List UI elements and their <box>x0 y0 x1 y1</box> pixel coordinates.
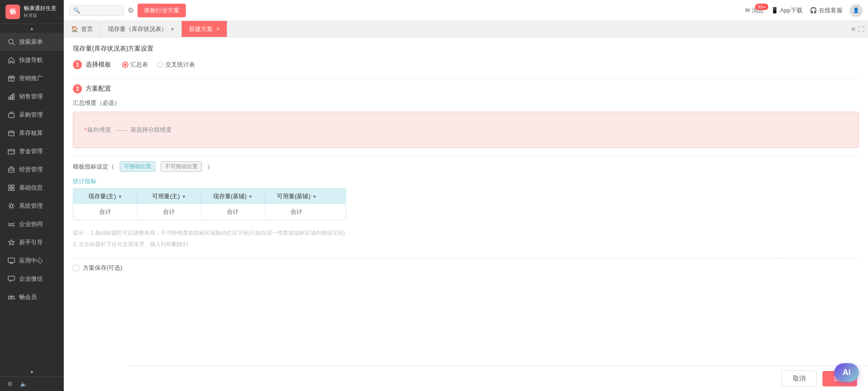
tab-label: 首页 <box>81 25 93 33</box>
tab-inventory-status[interactable]: 现存量（库存状况表） × <box>101 21 182 37</box>
messages-badge[interactable]: ✉ 消息 99+ <box>745 6 764 15</box>
col-header-1[interactable]: 可用量(主) ▾ <box>137 189 201 204</box>
online-service-link[interactable]: 🎧 在线客服 <box>810 6 842 15</box>
sidebar-scroll-up[interactable]: ▲ <box>0 24 64 33</box>
section-title-1: 选择模板 <box>86 61 111 69</box>
expand-window-icon[interactable]: ⛶ <box>858 26 864 33</box>
tab-window-controls: ✕ ⛶ <box>851 26 868 33</box>
col-header-0[interactable]: 现存量(主) ▾ <box>73 189 137 204</box>
sidebar-item-finance[interactable]: 资金管理 <box>0 142 64 160</box>
gear-icon[interactable]: ⚙ <box>7 381 13 387</box>
sidebar-item-marketing[interactable]: 营销推广 <box>0 69 64 87</box>
star-icon <box>7 238 15 247</box>
sidebar-item-label: 搜索菜单 <box>19 38 43 46</box>
search-icon: 🔍 <box>73 7 80 14</box>
svg-line-1 <box>13 43 15 45</box>
vertical-dim-label: 纵向维度 <box>87 126 111 134</box>
radio-cross[interactable]: 交叉统计表 <box>157 61 195 69</box>
bag-icon <box>7 111 15 119</box>
svg-marker-17 <box>9 240 14 245</box>
svg-rect-7 <box>9 113 14 118</box>
sidebar-item-wechat[interactable]: 企业微信 <box>0 270 64 288</box>
sidebar-item-label: 采购管理 <box>19 111 43 119</box>
svg-point-10 <box>13 152 14 153</box>
settings-icon <box>7 202 15 210</box>
sidebar-item-search-menu[interactable]: 搜索菜单 <box>0 33 64 51</box>
search-icon <box>7 38 15 46</box>
vertical-dim-area[interactable]: * 纵向维度 —— 请选择分组维度 <box>73 112 859 148</box>
col-header-3[interactable]: 可用量(基辅) ▾ <box>265 189 328 204</box>
sidebar-item-inventory[interactable]: 库存核算 <box>0 124 64 142</box>
gift-icon <box>7 74 15 82</box>
sidebar-logo: 畅 畅康通好生意 标准版 <box>0 0 64 24</box>
tab-new-plan[interactable]: 新建方案 × <box>182 21 227 37</box>
sidebar-item-guide[interactable]: 新手引导 <box>0 233 64 252</box>
page-title: 现存量(库存状况表)方案设置 <box>73 45 859 53</box>
stats-table-body: 合计 合计 合计 合计 <box>73 204 346 220</box>
header-settings-icon[interactable]: ⚙ <box>128 6 134 15</box>
save-row: 方案保存(可选) <box>73 264 859 272</box>
sidebar-item-label: 系统管理 <box>19 202 43 210</box>
sidebar-item-cooperation[interactable]: 企业协同 <box>0 215 64 233</box>
tip-line-1: 提示： 1.拖动标题栏可以调整布局，不可跨维度或指标区域拖动栏目字段(只能在同一… <box>73 229 859 237</box>
svg-rect-5 <box>11 95 12 99</box>
stats-table-header: 现存量(主) ▾ 可用量(主) ▾ 现存量(基辅) ▾ 可用量(基辅) ▾ <box>73 189 346 204</box>
divider-2 <box>73 155 859 156</box>
main-area: 🔍 ⚙ 体验行业方案 ✉ 消息 99+ 📱 App下载 🎧 在线客服 👤 <box>64 0 868 391</box>
section-title-2: 方案配置 <box>86 85 111 93</box>
radio-dot-cross <box>157 62 163 68</box>
sidebar-item-label: 基础信息 <box>19 184 43 192</box>
user-avatar[interactable]: 👤 <box>850 4 863 17</box>
col-header-2[interactable]: 现存量(基辅) ▾ <box>201 189 265 204</box>
stats-section-label: 统计指标 <box>73 177 859 185</box>
sidebar-item-purchase[interactable]: 采购管理 <box>0 106 64 124</box>
sidebar-item-member[interactable]: 畅会员 <box>0 288 64 306</box>
ai-floating-button[interactable]: Ai <box>834 363 859 382</box>
mobile-icon: 📱 <box>771 7 778 14</box>
chevron-down-icon: ▾ <box>249 194 252 200</box>
template-radio-group: 汇总表 交叉统计表 <box>122 61 195 69</box>
sidebar-item-business[interactable]: 经营管理 <box>0 160 64 179</box>
vertical-dim-placeholder: 请选择分组维度 <box>130 126 172 134</box>
sidebar-footer: ⚙ 🔈 <box>0 376 64 391</box>
sidebar: 畅 畅康通好生意 标准版 ▲ 搜索菜单 快捷导航 营销推广 <box>0 0 64 391</box>
sidebar-item-label: 畅会员 <box>19 293 37 301</box>
close-window-icon[interactable]: ✕ <box>851 26 856 33</box>
sidebar-item-label: 新手引导 <box>19 238 43 247</box>
tab-close-active-icon[interactable]: × <box>216 26 220 32</box>
sidebar-item-label: 库存核算 <box>19 129 43 137</box>
volume-icon[interactable]: 🔈 <box>20 381 27 387</box>
trial-button[interactable]: 体验行业方案 <box>138 4 186 17</box>
save-checkbox[interactable] <box>73 265 79 271</box>
radio-dot-summary <box>122 62 128 68</box>
app-download-link[interactable]: 📱 App下载 <box>771 6 802 15</box>
radio-summary[interactable]: 汇总表 <box>122 61 148 69</box>
svg-rect-8 <box>9 131 14 136</box>
handshake-icon <box>7 220 15 228</box>
home-icon <box>7 56 15 64</box>
svg-rect-18 <box>8 258 15 262</box>
tab-home[interactable]: 🏠 首页 <box>64 21 101 37</box>
top-header: 🔍 ⚙ 体验行业方案 ✉ 消息 99+ 📱 App下载 🎧 在线客服 👤 <box>64 0 868 21</box>
headset-icon: 🎧 <box>810 7 817 14</box>
sidebar-scroll-down[interactable]: ▼ <box>0 368 64 376</box>
header-search-area[interactable]: 🔍 <box>69 5 124 16</box>
sidebar-item-system[interactable]: 系统管理 <box>0 197 64 215</box>
sidebar-item-quick-nav[interactable]: 快捷导航 <box>0 51 64 69</box>
sidebar-item-basic[interactable]: 基础信息 <box>0 179 64 197</box>
app-logo-icon: 畅 <box>5 5 20 19</box>
tab-close-icon[interactable]: × <box>171 26 174 32</box>
chart-icon <box>7 93 15 101</box>
stats-table: 现存量(主) ▾ 可用量(主) ▾ 现存量(基辅) ▾ 可用量(基辅) ▾ <box>73 188 346 220</box>
svg-rect-4 <box>9 97 10 99</box>
cell-0-1: 合计 <box>137 204 201 220</box>
tab-label: 新建方案 <box>189 25 213 33</box>
svg-point-16 <box>10 205 13 207</box>
cancel-button[interactable]: 取消 <box>781 370 817 387</box>
header-right: ✉ 消息 99+ 📱 App下载 🎧 在线客服 👤 <box>745 4 863 17</box>
sidebar-item-sales[interactable]: 销售管理 <box>0 87 64 106</box>
messages-count: 99+ <box>755 4 768 10</box>
cell-0-0: 合计 <box>73 204 137 220</box>
cell-0-2: 合计 <box>201 204 265 220</box>
sidebar-item-apps[interactable]: 应用中心 <box>0 252 64 270</box>
